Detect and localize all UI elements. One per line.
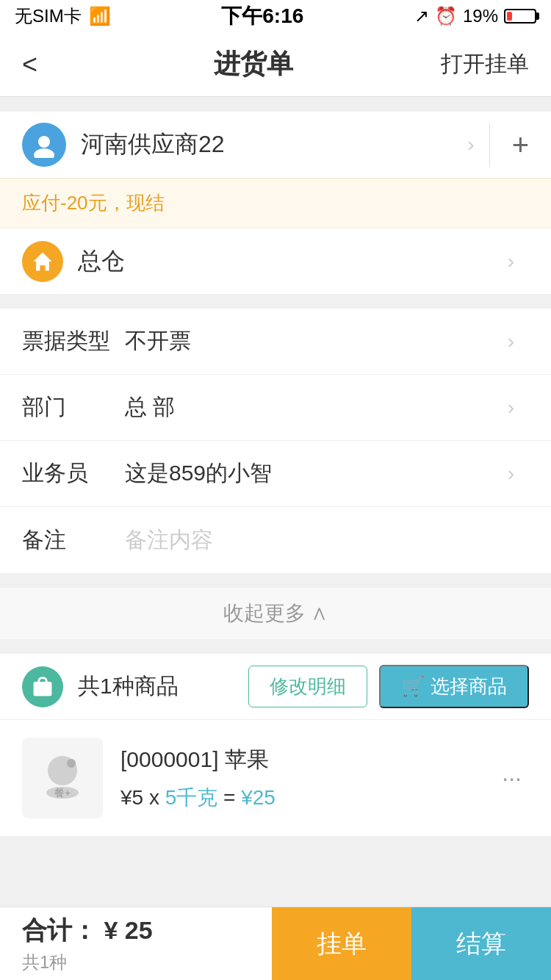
page-title: 进货单 [214,46,293,82]
add-button[interactable]: + [489,123,529,167]
nav-bar: < 进货单 打开挂单 [0,32,551,97]
product-header: 共1种商品 修改明细 🛒 选择商品 [0,654,551,720]
product-icon [22,666,63,707]
status-right: ↗ ⏰ 19% [414,6,536,26]
product-section: 共1种商品 修改明细 🛒 选择商品 餐+ [0000001] 苹果 ¥5 [0,654,551,836]
svg-point-0 [38,136,50,148]
product-thumbnail: 餐+ [22,738,103,818]
ticket-type-row[interactable]: 票据类型 不开票 › [0,309,551,375]
collapse-button[interactable]: 收起更多 ∧ [0,588,551,639]
warehouse-icon [22,241,63,282]
notice-banner: 应付-20元，现结 [0,178,551,228]
total-value: ¥ 25 [104,916,152,944]
supplier-name: 河南供应商22 [81,129,467,161]
battery-icon [504,9,536,24]
total-sub-label: 共1种 [22,951,250,974]
open-hang-button[interactable]: 打开挂单 [441,49,529,79]
remark-input[interactable]: 备注内容 [125,525,529,555]
warehouse-section[interactable]: 总仓 › [0,228,551,294]
supplier-row[interactable]: 河南供应商22 › + [0,112,551,178]
product-thumb-image: 餐+ [33,749,92,807]
product-more-button[interactable]: ··· [494,757,529,799]
select-btn-label: 选择商品 [431,674,507,699]
svg-point-1 [34,148,54,158]
department-chevron-icon: › [508,396,514,419]
svg-rect-3 [34,681,52,696]
product-name: [0000001] 苹果 [120,745,494,775]
cart-icon: 🛒 [401,675,425,698]
svg-marker-2 [34,252,52,270]
time-label: 下午6:16 [221,2,303,30]
svg-text:餐+: 餐+ [54,787,71,799]
ticket-type-value: 不开票 [125,326,508,356]
status-left: 无SIM卡 📶 [15,4,111,28]
wifi-icon: 📶 [89,6,111,26]
ticket-chevron-icon: › [508,330,514,353]
bottom-bar: 合计： ¥ 25 共1种 挂单 结算 [0,907,551,980]
product-price: ¥5 x 5千克 = ¥25 [120,784,494,812]
total-label: 合计： [22,916,97,944]
remark-row[interactable]: 备注 备注内容 [0,507,551,573]
edit-detail-button[interactable]: 修改明细 [248,666,367,707]
checkout-button[interactable]: 结算 [411,907,551,981]
ticket-type-label: 票据类型 [22,326,125,356]
total-amount: 合计： ¥ 25 [22,914,250,948]
chevron-right-icon: › [467,133,474,156]
warehouse-name: 总仓 [78,245,508,278]
remark-label: 备注 [22,525,125,555]
supplier-section: 河南供应商22 › + 应付-20元，现结 [0,112,551,228]
carrier-label: 无SIM卡 [15,4,82,28]
select-product-button[interactable]: 🛒 选择商品 [379,665,529,708]
alarm-icon: ⏰ [435,6,457,26]
location-icon: ↗ [414,6,429,26]
product-item: 餐+ [0000001] 苹果 ¥5 x 5千克 = ¥25 ··· [0,720,551,836]
svg-point-5 [67,759,76,768]
warehouse-chevron-icon: › [508,250,514,273]
department-label: 部门 [22,392,125,422]
product-count: 共1种商品 [78,671,248,702]
battery-percent: 19% [463,6,498,26]
salesperson-label: 业务员 [22,458,125,489]
salesperson-row[interactable]: 业务员 这是859的小智 › [0,441,551,507]
department-row[interactable]: 部门 总 部 › [0,375,551,441]
shopping-icon [31,675,54,699]
department-value: 总 部 [125,392,508,422]
supplier-avatar [22,123,66,167]
home-icon [31,250,54,273]
total-section: 合计： ¥ 25 共1种 [0,914,272,974]
status-bar: 无SIM卡 📶 下午6:16 ↗ ⏰ 19% [0,0,551,32]
product-info: [0000001] 苹果 ¥5 x 5千克 = ¥25 [120,745,494,812]
form-section: 票据类型 不开票 › 部门 总 部 › 业务员 这是859的小智 › 备注 备注… [0,309,551,573]
divider-top [0,97,551,112]
hang-button[interactable]: 挂单 [272,907,411,981]
user-icon [31,131,57,158]
salesperson-value: 这是859的小智 [125,458,508,489]
salesperson-chevron-icon: › [508,462,514,486]
back-button[interactable]: < [22,49,66,80]
